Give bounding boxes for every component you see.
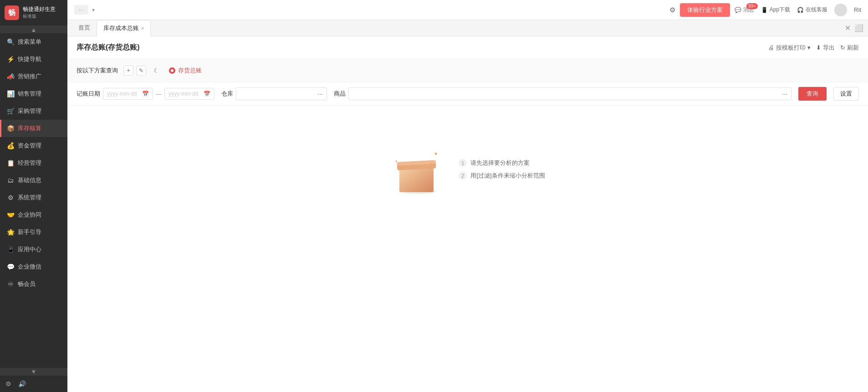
goods-more-icon[interactable]: ··· [782, 90, 787, 97]
search-icon: 🔍 [7, 38, 14, 46]
topbar: ··· ▾ ⚙ 体验行业方案 💬 消息 99+ 📱 App下载 🎧 在线客服 R… [67, 0, 868, 20]
filter-scheme-bar: 按以下方案查询 + ✎ 《 存货总账 [67, 59, 868, 82]
hint-2-text: 用[过滤]条件来缩小分析范围 [470, 172, 545, 180]
sidebar-item-marketing[interactable]: 📣 营销推广 [0, 68, 67, 85]
tabbar-right: ✕ ⬜ [845, 24, 863, 32]
refresh-label: 刷新 [847, 44, 859, 52]
export-label: 导出 [823, 44, 835, 52]
sidebar-item-inventory[interactable]: 📦 库存核算 [0, 120, 67, 137]
funds-icon: 💰 [7, 142, 14, 149]
export-icon: ⬇ [816, 44, 821, 51]
sidebar-item-label: 企业微信 [18, 263, 41, 271]
collapse-icon: 《 [151, 67, 157, 74]
breadcrumb-arrow: ▾ [92, 7, 95, 13]
filter-collapse-button[interactable]: 《 [149, 66, 159, 76]
filter-edit-button[interactable]: ✎ [136, 66, 146, 76]
sidebar-item-quick-nav[interactable]: ⚡ 快捷导航 [0, 51, 67, 68]
sidebar-item-label: 销售管理 [18, 90, 41, 98]
filter-add-button[interactable]: + [123, 66, 133, 76]
refresh-button[interactable]: ↻ 刷新 [840, 44, 859, 52]
date-to-input[interactable]: yyyy-mm-dd 📅 [164, 88, 214, 100]
page-header: 库存总账(存货总账) 🖨 按模板打印 ▾ ⬇ 导出 ↻ 刷新 [67, 36, 868, 59]
sidebar-item-basic-info[interactable]: 🗂 基础信息 [0, 172, 67, 189]
sidebar-item-label: 采购管理 [18, 107, 41, 115]
filter-actions: + ✎ 《 [123, 66, 159, 76]
print-label: 按模板打印 [776, 44, 806, 52]
scroll-up[interactable]: ▲ [0, 26, 67, 33]
trial-button[interactable]: 体验行业方案 [680, 3, 730, 17]
headset-icon: 🎧 [797, 7, 804, 13]
sidebar-item-sales[interactable]: 📊 销售管理 [0, 85, 67, 102]
tabbar-resize-button[interactable]: ⬜ [854, 24, 863, 32]
footer-sound-icon[interactable]: 🔊 [18, 380, 26, 387]
print-dropdown-icon[interactable]: ▾ [807, 44, 811, 51]
footer-settings-icon[interactable]: ⚙ [5, 380, 11, 387]
sidebar-item-app-center[interactable]: 📱 应用中心 [0, 241, 67, 258]
sidebar-item-label: 系统管理 [18, 193, 41, 202]
app-name: 畅捷通好生意 [23, 6, 56, 13]
date-from-placeholder: yyyy-mm-dd [107, 91, 137, 97]
inventory-icon: 📦 [7, 125, 14, 132]
sidebar-item-label: 畅会员 [18, 280, 36, 288]
settings-button[interactable]: 设置 [833, 87, 859, 101]
tab-home[interactable]: 首页 [72, 20, 97, 36]
logo-icon: 畅 [5, 5, 19, 20]
warehouse-input[interactable]: ··· [236, 87, 327, 100]
calendar-from-icon[interactable]: 📅 [142, 91, 149, 97]
scroll-down[interactable]: ▼ [0, 368, 67, 375]
sidebar-item-guide[interactable]: 🌟 新手引导 [0, 224, 67, 241]
message-icon: 💬 [735, 7, 741, 13]
sidebar-footer: ⚙ 🔊 [0, 375, 67, 392]
sidebar-item-system[interactable]: ⚙ 系统管理 [0, 189, 67, 206]
goods-filter-group: 商品 ··· [334, 87, 791, 100]
filter-row: 记账日期 yyyy-mm-dd 📅 — yyyy-mm-dd 📅 仓库 [67, 82, 868, 106]
page-title: 库存总账(存货总账) [77, 43, 140, 52]
sidebar-item-operations[interactable]: 📋 经营管理 [0, 154, 67, 172]
hint-1: 1 请先选择要分析的方案 [459, 159, 545, 167]
goods-label: 商品 [334, 90, 346, 98]
scheme-item-inventory[interactable]: 存货总账 [164, 65, 206, 76]
refresh-icon: ↻ [840, 44, 845, 51]
sidebar-nav: 🔍 搜索菜单 ⚡ 快捷导航 📣 营销推广 📊 销售管理 🛒 采购管理 📦 库存核… [0, 33, 67, 368]
tab-inventory-ledger[interactable]: 库存成本总账 × [97, 20, 151, 37]
hint-1-text: 请先选择要分析的方案 [470, 159, 530, 167]
purchase-icon: 🛒 [7, 107, 14, 115]
sidebar-item-enterprise[interactable]: 🤝 企业协同 [0, 206, 67, 224]
page-inner: 库存总账(存货总账) 🖨 按模板打印 ▾ ⬇ 导出 ↻ 刷新 [67, 36, 868, 392]
warehouse-label: 仓库 [221, 90, 233, 98]
topbar-gear-icon[interactable]: ⚙ [669, 6, 675, 14]
operations-icon: 📋 [7, 159, 14, 167]
sidebar-item-funds[interactable]: 💰 资金管理 [0, 137, 67, 154]
sidebar-item-wechat[interactable]: 💬 企业微信 [0, 258, 67, 275]
print-button[interactable]: 🖨 按模板打印 ▾ [768, 44, 811, 52]
sidebar-item-search[interactable]: 🔍 搜索菜单 [0, 33, 67, 51]
main-area: ··· ▾ ⚙ 体验行业方案 💬 消息 99+ 📱 App下载 🎧 在线客服 R… [67, 0, 868, 392]
page-header-actions: 🖨 按模板打印 ▾ ⬇ 导出 ↻ 刷新 [768, 44, 859, 52]
export-button[interactable]: ⬇ 导出 [816, 44, 835, 52]
tab-close-icon[interactable]: × [141, 25, 144, 31]
online-service-item[interactable]: 🎧 在线客服 [797, 6, 827, 14]
sidebar-item-label: 快捷导航 [18, 55, 41, 63]
date-label: 记账日期 [77, 90, 100, 98]
warehouse-more-icon[interactable]: ··· [317, 90, 323, 97]
basic-info-icon: 🗂 [7, 177, 14, 184]
tabbar: 首页 库存成本总账 × ✕ ⬜ [67, 20, 868, 36]
sidebar-item-members[interactable]: ♾ 畅会员 [0, 275, 67, 293]
enterprise-icon: 🤝 [7, 211, 14, 219]
empty-state-content: ✦ ✦ ✦ [390, 142, 545, 197]
sidebar-item-label: 经营管理 [18, 159, 41, 167]
tabbar-close-button[interactable]: ✕ [845, 24, 851, 32]
avatar[interactable] [834, 4, 847, 16]
query-button[interactable]: 查询 [798, 87, 827, 101]
date-from-input[interactable]: yyyy-mm-dd 📅 [103, 88, 153, 100]
app-center-icon: 📱 [7, 246, 14, 253]
hint-1-num: 1 [459, 159, 467, 167]
calendar-to-icon[interactable]: 📅 [204, 91, 210, 97]
date-to-placeholder: yyyy-mm-dd [168, 91, 198, 97]
topbar-right: 💬 消息 99+ 📱 App下载 🎧 在线客服 Rit [735, 4, 861, 16]
sidebar-item-purchase[interactable]: 🛒 采购管理 [0, 102, 67, 120]
app-download-item[interactable]: 📱 App下载 [761, 6, 790, 14]
breadcrumb-path: ··· [74, 5, 88, 15]
goods-input[interactable]: ··· [348, 87, 791, 100]
messages-item[interactable]: 💬 消息 99+ [735, 6, 754, 14]
